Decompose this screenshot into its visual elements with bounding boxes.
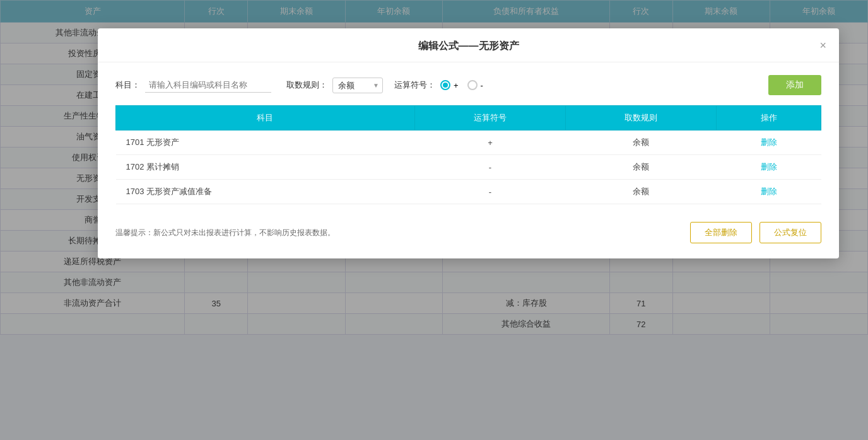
subject-label: 科目：: [115, 79, 140, 91]
formula-subject-cell: 1703 无形资产减值准备: [116, 180, 415, 204]
reset-formula-button[interactable]: 公式复位: [760, 222, 821, 243]
formula-operator-cell: +: [414, 130, 565, 155]
subject-input[interactable]: [145, 78, 271, 93]
modal-title: 编辑公式——无形资产: [418, 40, 519, 53]
delete-row-link[interactable]: 删除: [761, 187, 777, 196]
formula-rule-cell: 余额: [566, 180, 717, 204]
tip-text: 温馨提示：新公式只对未出报表进行计算，不影响历史报表数据。: [115, 228, 335, 238]
delete-row-link[interactable]: 删除: [761, 137, 777, 147]
operator-group: 运算符号： + -: [394, 79, 483, 91]
formula-action-cell: 删除: [717, 130, 821, 155]
rule-label: 取数规则：: [286, 79, 327, 91]
formula-action-cell: 删除: [717, 155, 821, 180]
subject-group: 科目：: [115, 78, 271, 93]
operator-radio-group: + -: [440, 80, 483, 90]
footer-buttons: 全部删除 公式复位: [690, 222, 821, 243]
form-row: 科目： 取数规则： 余额借方贷方 ▼ 运算符号： + -: [98, 62, 839, 105]
rule-select[interactable]: 余额借方贷方: [332, 78, 383, 93]
close-button[interactable]: ×: [819, 40, 826, 51]
formula-subject-cell: 1702 累计摊销: [116, 155, 415, 180]
formula-rule-cell: 余额: [566, 130, 717, 155]
operator-label: 运算符号：: [394, 79, 435, 91]
formula-table: 科目运算符号取数规则操作 1701 无形资产+余额删除1702 累计摊销-余额删…: [115, 105, 821, 204]
formula-col-header: 科目: [116, 106, 415, 130]
radio-minus-indicator: [467, 80, 478, 90]
modal-header: 编辑公式——无形资产 ×: [98, 28, 839, 62]
formula-rule-cell: 余额: [566, 155, 717, 180]
formula-col-header: 操作: [717, 106, 821, 130]
formula-col-header: 运算符号: [414, 106, 565, 130]
edit-formula-modal: 编辑公式——无形资产 × 科目： 取数规则： 余额借方贷方 ▼ 运算符号： +: [98, 28, 839, 258]
formula-table-row: 1703 无形资产减值准备-余额删除: [116, 180, 821, 204]
formula-operator-cell: -: [414, 180, 565, 204]
formula-table-row: 1701 无形资产+余额删除: [116, 130, 821, 155]
operator-minus-label: -: [481, 81, 483, 90]
radio-plus-indicator: [440, 80, 450, 90]
operator-plus-radio[interactable]: +: [440, 80, 459, 90]
formula-action-cell: 删除: [717, 180, 821, 204]
operator-plus-label: +: [454, 81, 459, 90]
modal-footer: 温馨提示：新公式只对未出报表进行计算，不影响历史报表数据。 全部删除 公式复位: [98, 204, 839, 243]
formula-table-wrap: 科目运算符号取数规则操作 1701 无形资产+余额删除1702 累计摊销-余额删…: [115, 105, 821, 204]
formula-table-row: 1702 累计摊销-余额删除: [116, 155, 821, 180]
formula-operator-cell: -: [414, 155, 565, 180]
delete-all-button[interactable]: 全部删除: [690, 222, 752, 243]
formula-subject-cell: 1701 无形资产: [116, 130, 415, 155]
delete-row-link[interactable]: 删除: [761, 162, 777, 171]
rule-select-wrap: 余额借方贷方 ▼: [332, 78, 379, 93]
add-button[interactable]: 添加: [768, 75, 821, 95]
operator-minus-radio[interactable]: -: [467, 80, 483, 90]
rule-group: 取数规则： 余额借方贷方 ▼: [286, 78, 379, 93]
formula-col-header: 取数规则: [566, 106, 717, 130]
